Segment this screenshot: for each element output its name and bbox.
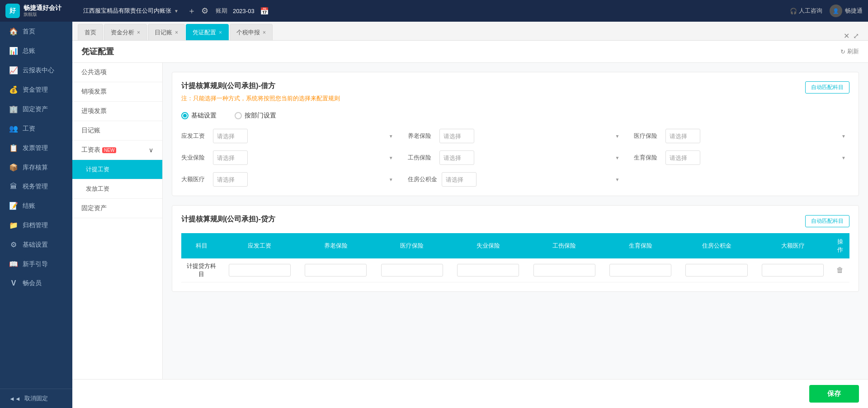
radio-dept-label: 按部门设置 bbox=[245, 112, 276, 120]
sidebar-label-salary: 工资 bbox=[23, 125, 35, 133]
td-action: 🗑 bbox=[831, 258, 849, 282]
tab-voucher-config[interactable]: 凭证配置 × bbox=[186, 24, 229, 40]
td-injury-val bbox=[526, 258, 602, 282]
maximize-icon[interactable]: ⤢ bbox=[853, 32, 859, 40]
service-button[interactable]: 🎧 人工咨询 bbox=[790, 7, 822, 15]
tab-home[interactable]: 首页 bbox=[78, 24, 103, 40]
select-housing-fund[interactable]: 请选择 bbox=[442, 172, 476, 187]
td-pension-val bbox=[297, 258, 373, 282]
select-base-salary[interactable]: 请选择 bbox=[213, 129, 248, 143]
user-name: 畅捷通 bbox=[845, 7, 863, 15]
radio-basic-circle bbox=[181, 112, 189, 119]
credit-auto-match-button[interactable]: 自动匹配科目 bbox=[805, 215, 849, 227]
tab-voucher-close-icon[interactable]: × bbox=[219, 29, 222, 36]
form-item-medical: 医疗保险 请选择 ▼ bbox=[634, 129, 849, 143]
user-area[interactable]: 👤 畅捷通 bbox=[830, 5, 863, 17]
select-unemployment[interactable]: 请选择 bbox=[213, 150, 248, 165]
tab-actions: ✕ ⤢ bbox=[840, 32, 863, 40]
invoices-icon: 📋 bbox=[9, 144, 18, 152]
select-large-medical[interactable]: 请选择 bbox=[213, 172, 248, 187]
select-housing-fund-chevron: ▼ bbox=[615, 177, 619, 182]
th-injury: 工伤保险 bbox=[526, 233, 602, 258]
sidebar-item-tax[interactable]: 🏛 税务管理 bbox=[0, 177, 72, 196]
sidebar-item-settings[interactable]: ⚙ 基础设置 bbox=[0, 235, 72, 254]
company-selector[interactable]: 江西服宝精品有限责任公司内账张 ▼ bbox=[83, 7, 179, 15]
calendar-icon[interactable]: 📅 bbox=[260, 7, 269, 15]
tab-funds-close-icon[interactable]: × bbox=[137, 29, 140, 36]
sidebar-item-home[interactable]: 🏠 首页 bbox=[0, 22, 72, 41]
select-maternity-chevron: ▼ bbox=[841, 155, 846, 160]
input-pension[interactable] bbox=[305, 264, 367, 277]
radio-department[interactable]: 按部门设置 bbox=[235, 112, 276, 120]
th-action: 操作 bbox=[831, 233, 849, 258]
logo-sub: 旗舰版 bbox=[24, 11, 61, 18]
cancel-fixed-label: 取消固定 bbox=[24, 394, 48, 403]
th-housing: 住房公积金 bbox=[679, 233, 755, 258]
right-content: 计提核算规则(公司承担)-借方 注：只能选择一种方式，系统将按照您当前的选择来配… bbox=[163, 63, 868, 379]
left-nav-accrue-salary[interactable]: 计提工资 bbox=[72, 160, 162, 179]
top-actions: ＋ ⚙ bbox=[188, 5, 208, 16]
input-injury[interactable] bbox=[533, 264, 595, 277]
debit-auto-match-button[interactable]: 自动匹配科目 bbox=[805, 81, 849, 94]
sidebar-item-closing[interactable]: 📝 结账 bbox=[0, 196, 72, 216]
input-unemployment[interactable] bbox=[457, 264, 519, 277]
form-item-large-medical: 大额医疗 请选择 ▼ bbox=[181, 172, 397, 187]
sidebar-item-invoices[interactable]: 📋 发票管理 bbox=[0, 138, 72, 158]
save-button[interactable]: 保存 bbox=[809, 385, 859, 403]
sidebar-label-settings: 基础设置 bbox=[23, 241, 48, 249]
select-large-medical-chevron: ▼ bbox=[389, 177, 393, 182]
sidebar-item-vip[interactable]: V 畅会员 bbox=[0, 274, 72, 293]
left-nav-pay-salary[interactable]: 发放工资 bbox=[72, 179, 162, 199]
sidebar-item-archive[interactable]: 📁 归档管理 bbox=[0, 216, 72, 235]
tab-tax-close-icon[interactable]: × bbox=[263, 29, 266, 36]
left-nav-public[interactable]: 公共选项 bbox=[72, 63, 162, 82]
select-injury[interactable]: 请选择 bbox=[439, 150, 474, 165]
td-row-label: 计提贷方科目 bbox=[181, 258, 222, 282]
tab-journal[interactable]: 日记账 × bbox=[148, 24, 185, 40]
sidebar-item-ledger[interactable]: 📊 总账 bbox=[0, 41, 72, 61]
left-nav-sales-invoice[interactable]: 销项发票 bbox=[72, 82, 162, 102]
tab-funds-analysis[interactable]: 资金分析 × bbox=[104, 24, 147, 40]
select-pension[interactable]: 请选择 bbox=[439, 129, 474, 143]
service-label: 人工咨询 bbox=[799, 7, 822, 15]
form-item-unemployment: 失业保险 请选择 ▼ bbox=[181, 150, 397, 165]
input-base-salary[interactable] bbox=[229, 264, 291, 277]
sidebar-item-reports[interactable]: 📈 云报表中心 bbox=[0, 61, 72, 80]
select-medical[interactable]: 请选择 bbox=[665, 129, 700, 143]
sidebar-label-inventory: 库存核算 bbox=[23, 164, 48, 172]
sidebar-item-funds[interactable]: 💰 资金管理 bbox=[0, 80, 72, 99]
tab-bar: 首页 资金分析 × 日记账 × 凭证配置 × 个税申报 × ✕ ⤢ bbox=[72, 22, 868, 41]
input-maternity[interactable] bbox=[609, 264, 671, 277]
sidebar-item-assets[interactable]: 🏢 固定资产 bbox=[0, 99, 72, 119]
left-nav-fixed-assets[interactable]: 固定资产 bbox=[72, 199, 162, 218]
left-nav-payroll-table[interactable]: 工资表NEW ∨ bbox=[72, 141, 162, 160]
cancel-fixed-button[interactable]: ◄◄ 取消固定 bbox=[0, 389, 72, 408]
tab-voucher-label: 凭证配置 bbox=[193, 28, 216, 37]
close-window-icon[interactable]: ✕ bbox=[844, 32, 849, 40]
add-icon[interactable]: ＋ bbox=[188, 5, 196, 16]
tab-tax-report[interactable]: 个税申报 × bbox=[230, 24, 273, 40]
sidebar-label-closing: 结账 bbox=[23, 202, 35, 210]
ledger-icon: 📊 bbox=[9, 47, 18, 55]
sidebar-label-vip: 畅会员 bbox=[23, 279, 42, 287]
th-base-salary: 应发工资 bbox=[222, 233, 297, 258]
left-nav-journal[interactable]: 日记账 bbox=[72, 121, 162, 141]
label-maternity: 生育保险 bbox=[634, 154, 661, 162]
sidebar-item-inventory[interactable]: 📦 库存核算 bbox=[0, 158, 72, 177]
refresh-button[interactable]: ↻ 刷新 bbox=[840, 47, 859, 56]
input-large-medical[interactable] bbox=[762, 264, 824, 277]
left-nav-purchase-invoice[interactable]: 进项发票 bbox=[72, 102, 162, 121]
tab-journal-close-icon[interactable]: × bbox=[175, 29, 178, 36]
radio-basic[interactable]: 基础设置 bbox=[181, 112, 217, 120]
logo-icon: 好 bbox=[5, 4, 20, 18]
select-maternity[interactable]: 请选择 bbox=[665, 150, 700, 165]
salary-icon: 👥 bbox=[9, 124, 18, 133]
main-layout: 🏠 首页 📊 总账 📈 云报表中心 💰 资金管理 🏢 固定资产 👥 工资 📋 发… bbox=[0, 22, 868, 408]
settings-icon[interactable]: ⚙ bbox=[201, 6, 208, 16]
sidebar-item-guide[interactable]: 📖 新手引导 bbox=[0, 254, 72, 274]
input-medical[interactable] bbox=[381, 264, 443, 277]
sidebar-label-funds: 资金管理 bbox=[23, 86, 48, 94]
sidebar-item-salary[interactable]: 👥 工资 bbox=[0, 119, 72, 138]
delete-row-icon[interactable]: 🗑 bbox=[836, 266, 844, 274]
input-housing[interactable] bbox=[685, 264, 747, 277]
